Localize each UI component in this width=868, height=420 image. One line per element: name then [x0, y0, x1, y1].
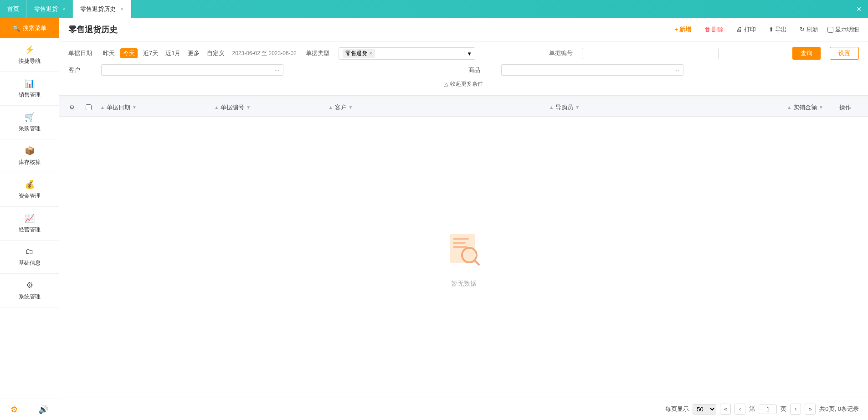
date-range-display: 2023-06-02 至 2023-06-02	[232, 50, 296, 57]
window-close-button[interactable]: ×	[850, 0, 868, 18]
svg-point-6	[465, 251, 474, 260]
sort-desc-voucher[interactable]: ▼	[246, 105, 251, 110]
tab-return-history[interactable]: 零售退货历史 ×	[73, 0, 131, 18]
date-buttons: 昨天 今天 近7天 近1月 更多 自定义	[101, 48, 226, 58]
next-page-button[interactable]: ›	[790, 404, 801, 415]
date-btn-1month[interactable]: 近1月	[164, 48, 182, 58]
voucher-type-select[interactable]: 零售退货 × ▾	[339, 47, 475, 60]
sort-asc-amount[interactable]: ▲	[787, 105, 791, 110]
tab-return[interactable]: 零售退货 ×	[27, 0, 73, 18]
export-button[interactable]: ⬆ 导出	[765, 24, 791, 36]
sidebar-gear-button[interactable]: ⚙	[10, 405, 18, 415]
voucher-type-chevron: ▾	[468, 50, 471, 57]
empty-illustration	[441, 227, 487, 272]
show-detail-label: 显示明细	[835, 26, 859, 34]
finance-icon: 💰	[25, 179, 35, 190]
sidebar-item-base[interactable]: 🗂 基础信息	[0, 241, 59, 274]
total-info: 共0页, 0条记录	[819, 405, 859, 413]
th-check[interactable]	[80, 104, 97, 110]
date-btn-7days[interactable]: 近7天	[141, 48, 160, 58]
print-button[interactable]: 🖨 打印	[733, 24, 760, 36]
filter-area: 单据日期 昨天 今天 近7天 近1月 更多 自定义 2023-06-02 至 2…	[59, 41, 868, 96]
sidebar-item-inventory[interactable]: 📦 库存核算	[0, 139, 59, 173]
sidebar-item-base-label: 基础信息	[19, 259, 41, 267]
th-voucher-no: ▲ 单据编号 ▼	[211, 103, 324, 112]
new-button[interactable]: + 新增	[671, 24, 695, 36]
sort-asc-voucher[interactable]: ▲	[214, 105, 219, 110]
first-page-button[interactable]: «	[720, 404, 731, 415]
svg-line-5	[474, 260, 479, 265]
sort-desc-customer[interactable]: ▼	[349, 105, 353, 110]
th-amount: ▲ 实销金额 ▼	[713, 103, 827, 112]
collapse-icon: △	[444, 81, 448, 87]
query-button[interactable]: 查询	[792, 47, 821, 60]
sort-asc-guide[interactable]: ▲	[549, 105, 554, 110]
voucher-type-tag-close[interactable]: ×	[369, 50, 372, 56]
sort-desc-date[interactable]: ▼	[132, 105, 137, 110]
tab-return-history-label: 零售退货历史	[80, 5, 116, 13]
page-number-input[interactable]	[759, 405, 777, 414]
prev-page-button[interactable]: ‹	[734, 404, 745, 415]
tab-return-label: 零售退货	[34, 5, 58, 13]
date-btn-custom[interactable]: 自定义	[205, 48, 226, 58]
sort-asc-date[interactable]: ▲	[100, 105, 105, 110]
top-bar: 首页 零售退货 × 零售退货历史 × ×	[0, 0, 868, 18]
svg-rect-1	[453, 238, 469, 240]
operations-icon: 📈	[25, 213, 35, 223]
show-detail-input[interactable]	[827, 27, 833, 33]
pagination: 每页显示 50 10 20 100 « ‹ 第 页 › » 共0页, 0条记录	[59, 398, 868, 420]
sidebar-item-finance[interactable]: 💰 资金管理	[0, 173, 59, 207]
sort-desc-guide[interactable]: ▼	[575, 105, 580, 110]
date-btn-yesterday[interactable]: 昨天	[101, 48, 117, 58]
sidebar-item-sales[interactable]: 📊 销售管理	[0, 72, 59, 106]
date-btn-today[interactable]: 今天	[120, 48, 138, 58]
voucher-no-input[interactable]	[582, 48, 719, 59]
sales-icon: 📊	[25, 78, 35, 88]
sidebar-item-inventory-label: 库存核算	[19, 159, 41, 166]
sidebar-item-purchase-label: 采购管理	[19, 125, 41, 133]
sidebar-audio-button[interactable]: 🔊	[38, 405, 48, 415]
customer-filter-group: 客户 ···	[68, 64, 459, 76]
sidebar-bottom: ⚙ 🔊	[0, 399, 59, 420]
tab-home[interactable]: 首页	[0, 0, 27, 18]
tab-home-label: 首页	[7, 5, 19, 13]
date-btn-more[interactable]: 更多	[186, 48, 201, 58]
sidebar-item-purchase[interactable]: 🛒 采购管理	[0, 106, 59, 139]
goods-select[interactable]: ···	[501, 64, 683, 76]
sort-desc-amount[interactable]: ▼	[819, 105, 823, 110]
customer-select[interactable]: ···	[101, 64, 283, 76]
table-container: ⚙ ▲ 单据日期 ▼ ▲ 单据编号 ▼ ▲ 客户 ▼	[59, 98, 868, 420]
per-page-select[interactable]: 50 10 20 100	[693, 404, 716, 415]
customer-dots: ···	[274, 67, 279, 73]
sidebar-item-finance-label: 资金管理	[19, 192, 41, 200]
date-filter-label: 单据日期	[68, 49, 96, 57]
collapse-label: 收起更多条件	[450, 80, 483, 88]
th-ops: 操作	[827, 103, 863, 112]
voucher-type-tag: 零售退货 ×	[343, 49, 375, 58]
refresh-button[interactable]: ↻ 刷新	[796, 24, 822, 36]
select-all-checkbox[interactable]	[86, 104, 92, 110]
header-actions: + 新增 🗑 删除 🖨 打印 ⬆ 导出 ↻ 刷新 显示明细	[671, 24, 859, 36]
sidebar-item-operations[interactable]: 📈 经营管理	[0, 207, 59, 241]
sidebar-item-quick-nav[interactable]: ⚡ 快捷导航	[0, 38, 59, 72]
goods-dots: ···	[674, 67, 679, 73]
delete-button[interactable]: 🗑 删除	[701, 24, 728, 36]
page-title: 零售退货历史	[68, 24, 118, 35]
sidebar-item-quick-nav-label: 快捷导航	[19, 57, 41, 65]
sort-asc-customer[interactable]: ▲	[329, 105, 333, 110]
base-icon: 🗂	[26, 247, 34, 256]
tab-return-history-close[interactable]: ×	[120, 6, 123, 12]
show-detail-checkbox[interactable]: 显示明细	[827, 26, 859, 34]
th-setting[interactable]: ⚙	[64, 104, 80, 111]
th-guide: ▲ 导购员 ▼	[545, 103, 713, 112]
voucher-type-label: 单据类型	[306, 49, 333, 57]
sidebar-search-button[interactable]: 🔍 搜索菜单	[0, 18, 59, 38]
empty-text: 暂无数据	[451, 280, 477, 288]
date-filter-group: 单据日期 昨天 今天 近7天 近1月 更多 自定义 2023-06-02 至 2…	[68, 48, 297, 58]
inventory-icon: 📦	[25, 146, 35, 156]
tab-return-close[interactable]: ×	[62, 6, 65, 12]
last-page-button[interactable]: »	[805, 404, 816, 415]
collapse-button[interactable]: △ 收起更多条件	[68, 80, 859, 88]
sidebar-item-system[interactable]: ⚙ 系统管理	[0, 274, 59, 307]
settings-button[interactable]: 设置	[830, 47, 859, 60]
